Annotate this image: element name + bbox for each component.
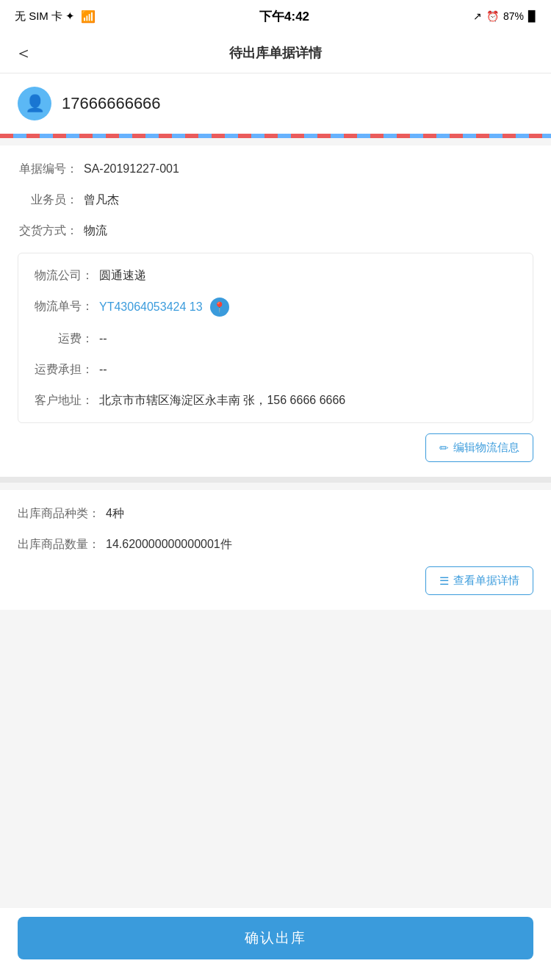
status-right: ↗ ⏰ 87% ▉ <box>473 10 536 22</box>
tracking-row: 物流单号： YT43064053424 13 📍 <box>33 298 518 317</box>
goods-qty-label: 出库商品数量： <box>18 536 106 553</box>
status-time: 下午4:42 <box>259 8 309 25</box>
freight-bearer-value: -- <box>99 361 518 378</box>
address-value: 北京市市辖区海淀区永丰南 张，156 6666 6666 <box>99 392 518 409</box>
order-no-value: SA-20191227-001 <box>84 160 533 178</box>
company-value: 圆通速递 <box>99 267 518 284</box>
agent-label: 业务员： <box>18 191 84 209</box>
delivery-label: 交货方式： <box>18 222 84 239</box>
page-title: 待出库单据详情 <box>229 44 322 62</box>
battery-icon: ▉ <box>528 10 536 22</box>
dashed-divider <box>0 134 551 138</box>
goods-type-value: 4种 <box>106 505 533 522</box>
alarm-icon: ⏰ <box>486 10 499 22</box>
freight-bearer-row: 运费承担： -- <box>33 361 518 378</box>
freight-value: -- <box>99 330 518 347</box>
edit-icon: ✏ <box>439 442 449 455</box>
nav-bar: ＜ 待出库单据详情 <box>0 32 551 73</box>
logistics-card: 物流公司： 圆通速递 物流单号： YT43064053424 13 📍 运费： … <box>18 253 533 423</box>
status-bar: 无 SIM 卡 ✦ 📶 下午4:42 ↗ ⏰ 87% ▉ <box>0 0 551 32</box>
avatar-icon: 👤 <box>25 94 45 113</box>
empty-area <box>0 610 551 698</box>
freight-bearer-label: 运费承担： <box>33 361 99 378</box>
company-row: 物流公司： 圆通速递 <box>33 267 518 284</box>
goods-type-label: 出库商品种类： <box>18 505 106 522</box>
basic-info-section: 单据编号： SA-20191227-001 业务员： 曾凡杰 交货方式： 物流 … <box>0 145 551 477</box>
battery-text: 87% <box>503 10 524 22</box>
tracking-value: YT43064053424 13 📍 <box>99 298 518 317</box>
freight-row: 运费： -- <box>33 330 518 347</box>
list-icon: ☰ <box>439 574 449 588</box>
view-details-label: 查看单据详情 <box>453 574 519 588</box>
confirm-area: 确认出库 <box>0 908 551 980</box>
confirm-outbound-button[interactable]: 确认出库 <box>18 917 533 959</box>
order-no-label: 单据编号： <box>18 160 84 178</box>
status-left: 无 SIM 卡 ✦ 📶 <box>15 10 96 24</box>
back-button[interactable]: ＜ <box>9 35 38 71</box>
location-icon: ↗ <box>473 10 482 22</box>
goods-type-row: 出库商品种类： 4种 <box>18 505 533 522</box>
section-divider <box>0 477 551 483</box>
edit-logistics-label: 编辑物流信息 <box>453 441 519 455</box>
edit-action-row: ✏ 编辑物流信息 <box>18 433 533 462</box>
agent-row: 业务员： 曾凡杰 <box>18 191 533 209</box>
user-phone: 17666666666 <box>62 94 161 113</box>
delivery-value: 物流 <box>84 222 533 239</box>
sim-text: 无 SIM 卡 ✦ <box>15 10 75 24</box>
view-action-row: ☰ 查看单据详情 <box>18 566 533 595</box>
edit-logistics-button[interactable]: ✏ 编辑物流信息 <box>425 433 533 462</box>
location-pin-icon[interactable]: 📍 <box>210 298 229 317</box>
goods-qty-value: 14.620000000000001件 <box>106 536 533 553</box>
address-row: 客户地址： 北京市市辖区海淀区永丰南 张，156 6666 6666 <box>33 392 518 409</box>
goods-qty-row: 出库商品数量： 14.620000000000001件 <box>18 536 533 553</box>
user-card: 👤 17666666666 <box>0 73 551 134</box>
goods-info-section: 出库商品种类： 4种 出库商品数量： 14.620000000000001件 ☰… <box>0 490 551 610</box>
wifi-icon: 📶 <box>81 10 96 24</box>
avatar: 👤 <box>18 87 51 120</box>
company-label: 物流公司： <box>33 267 99 284</box>
tracking-label: 物流单号： <box>33 298 99 315</box>
view-details-button[interactable]: ☰ 查看单据详情 <box>425 566 533 595</box>
address-label: 客户地址： <box>33 392 99 409</box>
freight-label: 运费： <box>33 330 99 347</box>
delivery-row: 交货方式： 物流 <box>18 222 533 239</box>
agent-value: 曾凡杰 <box>84 191 533 209</box>
order-no-row: 单据编号： SA-20191227-001 <box>18 160 533 178</box>
